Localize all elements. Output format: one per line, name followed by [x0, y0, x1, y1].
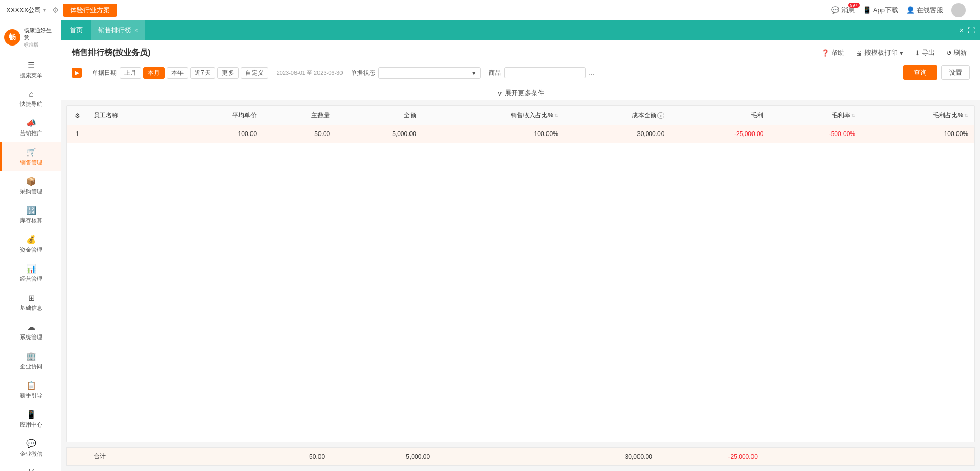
gross-pct-sort-icon[interactable]: ⇅ [964, 113, 968, 118]
message-badge: 99+ [848, 3, 860, 8]
status-select-chevron: ▾ [472, 69, 476, 77]
date-btn-custom[interactable]: 自定义 [241, 67, 268, 79]
sidebar-item-purchase[interactable]: 📦 采购管理 [0, 171, 61, 200]
message-icon: 💬 [831, 6, 839, 14]
purchase-icon: 📦 [26, 176, 36, 186]
date-btn-more[interactable]: 更多 [217, 67, 239, 79]
footer-avg-price-empty [144, 448, 237, 465]
expand-more-row[interactable]: ∨ 展开更多条件 [72, 86, 970, 100]
sidebar-item-system[interactable]: ☁ 系统管理 [0, 317, 61, 346]
sidebar-item-enterprise-label: 企业协同 [20, 363, 42, 370]
expand-more-label: 展开更多条件 [505, 88, 544, 98]
th-amount: 全额 [336, 106, 422, 125]
gross-rate-sort-icon[interactable]: ⇅ [851, 113, 855, 118]
top-bar: XXXXX公司 ▾ ⚙ 体验行业方案 💬 消息 99+ 📱 App下载 👤 在线… [0, 0, 980, 20]
top-bar-right: 💬 消息 99+ 📱 App下载 👤 在线客服 [831, 3, 974, 17]
tab-close-icon[interactable]: × [134, 27, 138, 33]
action-buttons: 查询 设置 [903, 65, 970, 80]
sidebar-item-marketing[interactable]: 📣 营销推广 [0, 113, 61, 142]
shortcut-icon: ⌂ [29, 89, 34, 99]
page-title: 销售排行榜(按业务员) [72, 48, 151, 58]
help-button[interactable]: ❓ 帮助 [818, 46, 848, 59]
sidebar-item-search[interactable]: ☰ 搜索菜单 [0, 55, 61, 84]
page-header: 销售排行榜(按业务员) ❓ 帮助 🖨 按模板打印 ▾ ⬇ [61, 40, 980, 100]
filter-toggle-btn[interactable]: ▶ [72, 68, 82, 78]
date-range-text: 2023-06-01 至 2023-06-30 [277, 70, 343, 76]
sidebar-item-guide-label: 新手引导 [20, 392, 42, 399]
sidebar-item-enterprise[interactable]: 🏢 企业协同 [0, 346, 61, 375]
operations-icon: 📊 [26, 264, 36, 274]
cost-info-icon[interactable]: i [657, 112, 664, 119]
td-gross: -25,000.00 [670, 125, 769, 143]
refresh-button[interactable]: ↺ 刷新 [943, 46, 970, 59]
th-sales-pct[interactable]: 销售收入占比%⇅ [422, 106, 564, 125]
td-name [87, 125, 175, 143]
member-icon: V [29, 468, 34, 471]
sidebar-item-marketing-label: 营销推广 [20, 129, 42, 137]
td-avg-price: 100.00 [175, 125, 263, 143]
template-print-button[interactable]: 🖨 按模板打印 ▾ [853, 46, 906, 59]
tab-sales-rank-label: 销售排行榜 [98, 26, 131, 35]
table-footer: 合计 50.00 5,000.00 30,000.00 -25,000.00 [66, 447, 975, 466]
date-btn-last-month[interactable]: 上月 [120, 67, 141, 79]
goods-filter-group: 商品 ... [489, 67, 594, 78]
export-button[interactable]: ⬇ 导出 [911, 46, 938, 59]
sidebar-item-operations[interactable]: 📊 经营管理 [0, 259, 61, 288]
sidebar-item-base-label: 基础信息 [20, 304, 42, 312]
avatar[interactable] [951, 3, 966, 17]
sidebar-item-inventory[interactable]: 🔢 库存核算 [0, 200, 61, 230]
status-filter-label: 单据状态 [351, 69, 375, 77]
message-btn[interactable]: 💬 消息 99+ [831, 6, 855, 15]
help-icon: ❓ [821, 49, 829, 57]
query-button[interactable]: 查询 [903, 65, 937, 80]
settings-button[interactable]: 设置 [941, 65, 970, 80]
date-btn-this-year[interactable]: 本年 [167, 67, 188, 79]
goods-input[interactable] [504, 67, 586, 78]
app-download-btn[interactable]: 📱 App下载 [863, 6, 898, 15]
trial-button[interactable]: 体验行业方案 [63, 4, 117, 17]
td-gross-rate: -500.00% [769, 125, 861, 143]
tab-sales-rank[interactable]: 销售排行榜 × [91, 20, 145, 40]
td-gross-pct: 100.00% [861, 125, 974, 143]
finance-icon: 💰 [26, 235, 36, 244]
sidebar-item-finance[interactable]: 💰 资金管理 [0, 230, 61, 259]
sales-pct-sort-icon[interactable]: ⇅ [554, 113, 558, 118]
sidebar-item-apps[interactable]: 📱 应用中心 [0, 405, 61, 434]
company-selector[interactable]: XXXXX公司 ▾ [6, 6, 46, 15]
refresh-icon: ↺ [946, 49, 952, 57]
tab-expand-icon[interactable]: ⛶ [968, 26, 975, 34]
online-service-btn[interactable]: 👤 在线客服 [906, 6, 943, 15]
td-cost: 30,000.00 [564, 125, 670, 143]
date-btn-this-month[interactable]: 本月 [143, 67, 165, 79]
sidebar-item-member[interactable]: V 畅会员 [0, 463, 61, 471]
settings-icon[interactable]: ⚙ [52, 6, 59, 15]
status-select[interactable]: ▾ [378, 67, 481, 79]
tab-minimize-icon[interactable]: × [960, 26, 964, 34]
filter-toggle-icon: ▶ [72, 68, 82, 78]
tab-home[interactable]: 首页 [61, 20, 91, 40]
th-settings[interactable]: ⚙ [67, 106, 87, 125]
footer-amount: 5,000.00 [331, 448, 436, 465]
expand-chevron-icon: ∨ [497, 89, 503, 97]
wechat-icon: 💬 [26, 439, 36, 448]
sidebar-item-sales[interactable]: 🛒 销售管理 [0, 142, 61, 171]
sidebar-item-guide[interactable]: 📋 新手引导 [0, 375, 61, 405]
td-rank: 1 [67, 125, 87, 143]
print-dropdown-icon: ▾ [900, 49, 903, 57]
sidebar-item-base[interactable]: ⊞ 基础信息 [0, 288, 61, 317]
more-filter-btn[interactable]: ... [589, 69, 594, 76]
sidebar-item-finance-label: 资金管理 [20, 246, 42, 254]
refresh-label: 刷新 [953, 48, 967, 57]
sidebar-item-wechat[interactable]: 💬 企业微信 [0, 434, 61, 463]
th-gross-rate[interactable]: 毛利率⇅ [769, 106, 861, 125]
logo-text-block: 畅康通好生意 标准版 [24, 27, 57, 49]
data-table: ⚙ 员工名称 平均单价 主数量 全额 销售收入占比%⇅ 成本全额i 毛利 [67, 106, 974, 143]
th-gross-pct[interactable]: 毛利占比%⇅ [861, 106, 974, 125]
sidebar-item-shortcut[interactable]: ⌂ 快捷导航 [0, 84, 61, 113]
td-qty: 50.00 [263, 125, 336, 143]
date-btn-7days[interactable]: 近7天 [190, 67, 215, 79]
logo-sub: 标准版 [24, 41, 57, 49]
table-body: 1 100.00 50.00 5,000.00 100.00% 30,000.0… [67, 125, 974, 143]
inventory-icon: 🔢 [26, 206, 36, 215]
date-range-buttons: 上月 本月 本年 近7天 更多 自定义 [120, 67, 268, 79]
